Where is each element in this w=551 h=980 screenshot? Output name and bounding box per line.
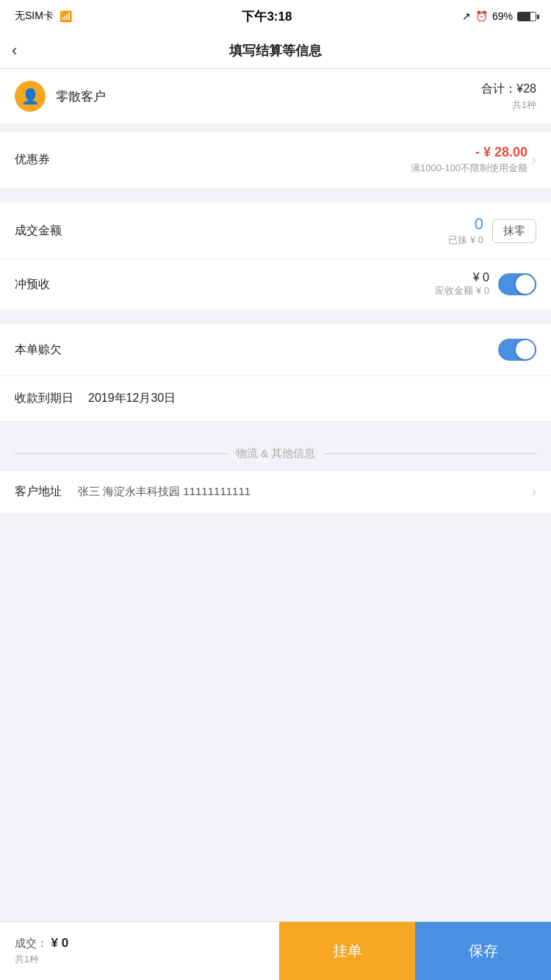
deal-amount-section: 成交金额 0 已抹 ¥ 0 抹零 冲预收 ¥ 0 应收金额 ¥ 0 — [0, 203, 551, 309]
bottom-deal-amount: ¥ 0 — [51, 936, 68, 950]
debt-toggle-knob — [516, 340, 535, 359]
section-divider-1 — [0, 195, 551, 203]
prepaid-value: ¥ 0 — [435, 271, 489, 284]
debt-toggle[interactable] — [498, 339, 536, 361]
battery-percent: 69% — [492, 10, 513, 22]
customer-left: 👤 零散客户 — [15, 81, 106, 112]
address-row[interactable]: 客户地址 张三 海淀永丰科技园 11111111111 › — [0, 471, 551, 514]
address-value: 张三 海淀永丰科技园 11111111111 — [78, 485, 532, 499]
toggle-knob — [516, 275, 535, 294]
bottom-info: 成交： ¥ 0 共1种 — [0, 936, 279, 966]
status-right: ↗ ⏰ 69% — [462, 10, 536, 22]
address-chevron-icon: › — [532, 484, 536, 500]
bottom-deal-label: 成交： — [15, 937, 48, 949]
customer-total: 合计：¥28 共1种 — [481, 82, 536, 112]
battery-icon — [517, 12, 536, 21]
deal-amount-label: 成交金额 — [15, 223, 62, 239]
status-left: 无SIM卡 📶 — [15, 10, 72, 23]
debt-label: 本单赊欠 — [15, 342, 62, 358]
customer-row: 👤 零散客户 合计：¥28 共1种 — [0, 69, 551, 124]
prepaid-info: ¥ 0 应收金额 ¥ 0 — [435, 271, 489, 298]
due-date-value: 2019年12月30日 — [88, 391, 176, 406]
prepaid-sub: 应收金额 ¥ 0 — [435, 284, 489, 298]
section-divider-2 — [0, 317, 551, 324]
page-title: 填写结算等信息 — [229, 42, 322, 60]
deal-amount-value[interactable]: 0 — [475, 215, 483, 233]
address-label: 客户地址 — [15, 484, 66, 500]
customer-name: 零散客户 — [56, 88, 106, 105]
deal-amount-right: 0 已抹 ¥ 0 抹零 — [448, 215, 536, 247]
due-date-label: 收款到期日 — [15, 391, 73, 406]
coupon-right: - ¥ 28.00 满1000-100不限制使用金额 › — [411, 145, 536, 175]
prepaid-label: 冲预收 — [15, 277, 50, 292]
total-count: 共1种 — [481, 98, 536, 112]
back-button[interactable]: ‹ — [12, 41, 17, 60]
wifi-icon: 📶 — [60, 10, 72, 22]
bottom-count: 共1种 — [15, 953, 264, 966]
prepaid-toggle[interactable] — [498, 273, 536, 295]
logistics-line-right — [324, 453, 536, 454]
debt-section: 本单赊欠 收款到期日 2019年12月30日 — [0, 324, 551, 422]
coupon-amount: - ¥ 28.00 — [411, 145, 527, 160]
avatar-icon: 👤 — [21, 87, 40, 105]
total-amount: 合计：¥28 — [481, 82, 536, 97]
status-bar: 无SIM卡 📶 下午3:18 ↗ ⏰ 69% — [0, 0, 551, 32]
address-section: 客户地址 张三 海淀永丰科技园 11111111111 › — [0, 471, 551, 514]
deal-amount-sub: 已抹 ¥ 0 — [448, 234, 483, 247]
location-icon: ↗ — [462, 10, 471, 22]
content: 👤 零散客户 合计：¥28 共1种 优惠券 - ¥ 28.00 满1000-10… — [0, 69, 551, 580]
section-divider-3 — [0, 429, 551, 436]
logistics-label: 物流 & 其他信息 — [236, 447, 315, 461]
carrier-label: 无SIM卡 — [15, 10, 54, 23]
logistics-divider: 物流 & 其他信息 — [15, 447, 536, 461]
logistics-line-left — [15, 453, 227, 454]
avatar: 👤 — [15, 81, 46, 112]
save-button[interactable]: 保存 — [415, 922, 551, 981]
prepaid-right: ¥ 0 应收金额 ¥ 0 — [435, 271, 536, 298]
due-date-row: 收款到期日 2019年12月30日 — [0, 376, 551, 422]
customer-section: 👤 零散客户 合计：¥28 共1种 — [0, 69, 551, 124]
deal-amount-row: 成交金额 0 已抹 ¥ 0 抹零 — [0, 203, 551, 259]
status-time: 下午3:18 — [242, 8, 292, 25]
chevron-right-icon: › — [532, 152, 536, 167]
bottom-bar: 成交： ¥ 0 共1种 挂单 保存 — [0, 921, 551, 980]
hold-button[interactable]: 挂单 — [279, 922, 415, 981]
deal-amount-info: 0 已抹 ¥ 0 — [448, 215, 483, 247]
round-zero-button[interactable]: 抹零 — [492, 219, 536, 243]
debt-row: 本单赊欠 — [0, 324, 551, 376]
prepaid-row: 冲预收 ¥ 0 应收金额 ¥ 0 — [0, 259, 551, 309]
bottom-deal-line: 成交： ¥ 0 — [15, 936, 264, 951]
nav-bar: ‹ 填写结算等信息 — [0, 32, 551, 69]
battery-fill — [518, 12, 530, 21]
coupon-description: 满1000-100不限制使用金额 — [411, 162, 527, 175]
coupon-label: 优惠券 — [15, 152, 50, 167]
logistics-section: 物流 & 其他信息 — [0, 436, 551, 471]
coupon-section[interactable]: 优惠券 - ¥ 28.00 满1000-100不限制使用金额 › — [0, 131, 551, 188]
coupon-row[interactable]: 优惠券 - ¥ 28.00 满1000-100不限制使用金额 › — [0, 131, 551, 188]
alarm-icon: ⏰ — [475, 10, 488, 22]
coupon-info: - ¥ 28.00 满1000-100不限制使用金额 — [411, 145, 527, 175]
